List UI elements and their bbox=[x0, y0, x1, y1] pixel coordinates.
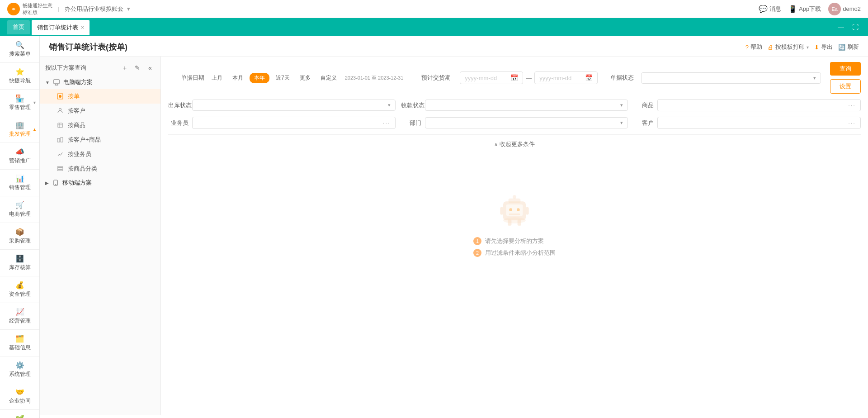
group-header-pc[interactable]: ▼ 电脑端方案 bbox=[40, 76, 160, 89]
sidebar-item-marketing[interactable]: 📣 营销推广 bbox=[0, 143, 39, 170]
date-end-placeholder: yyyy-mm-dd bbox=[539, 75, 571, 81]
status-filter-dropdown[interactable]: ▾ bbox=[641, 72, 821, 84]
user-profile[interactable]: Ea demo2 bbox=[828, 3, 861, 15]
product-cell: 商品 ··· bbox=[633, 99, 861, 111]
svg-rect-8 bbox=[58, 123, 62, 128]
left-panel-actions: + ✎ « bbox=[120, 63, 155, 73]
sidebar-item-sales[interactable]: 📊 销售管理 bbox=[0, 170, 39, 196]
scheme-label-customer-product: 按客户+商品 bbox=[68, 136, 101, 144]
action-col: 查询 设置 bbox=[825, 62, 861, 94]
export-btn[interactable]: ⬇ 导出 bbox=[814, 43, 833, 51]
product-input[interactable]: ··· bbox=[657, 99, 861, 111]
row3-filters: 业务员 ··· 部门 ▾ bbox=[168, 117, 861, 129]
tab-bar: 首页 销售订单统计表 × — ⛶ bbox=[0, 18, 868, 36]
sidebar-item-wholesale[interactable]: 🏢 批发管理 bbox=[0, 116, 39, 143]
svg-rect-26 bbox=[508, 219, 511, 225]
department-dropdown[interactable]: ▾ bbox=[425, 117, 628, 128]
print-dropdown-icon[interactable]: ▾ bbox=[807, 45, 809, 50]
svg-point-29 bbox=[513, 195, 516, 199]
group-header-mobile[interactable]: ▶ 移动端方案 bbox=[40, 176, 160, 190]
top-bar-left: 畅捷通好生意 标准版 | 办公用品行业模拟账套 ▾ bbox=[7, 2, 130, 15]
calendar-start-icon: 📅 bbox=[510, 74, 518, 81]
status-filter-label: 单据状态 bbox=[610, 74, 634, 82]
salesperson-label: 业务员 bbox=[168, 119, 189, 127]
scheme-item-by-category[interactable]: 按商品分类 bbox=[40, 162, 160, 176]
page-title: 销售订单统计表(按单) bbox=[49, 42, 127, 52]
page-actions: ? 帮助 🖨 按模板打印 ▾ ⬇ 导出 🔄 刷新 bbox=[745, 43, 859, 51]
tab-home[interactable]: 首页 bbox=[7, 20, 30, 34]
page-header: 销售订单统计表(按单) ? 帮助 🖨 按模板打印 ▾ ⬇ 导出 🔄 刷新 bbox=[40, 36, 868, 57]
settings-btn[interactable]: 设置 bbox=[830, 79, 861, 94]
scheme-icon-product bbox=[56, 121, 64, 129]
date-start-placeholder: yyyy-mm-dd bbox=[465, 75, 497, 81]
top-bar-right: 💬 消息 📱 App下载 Ea demo2 bbox=[759, 3, 861, 15]
avatar: Ea bbox=[828, 3, 841, 15]
scheme-item-by-customer[interactable]: 按客户 bbox=[40, 104, 160, 118]
print-btn[interactable]: 🖨 按模板打印 ▾ bbox=[768, 43, 809, 51]
query-btn[interactable]: 查询 bbox=[830, 62, 861, 76]
tab-active[interactable]: 销售订单统计表 × bbox=[32, 19, 90, 35]
scheme-item-by-salesperson[interactable]: 按业务员 bbox=[40, 147, 160, 162]
customer-more-icon: ··· bbox=[848, 119, 856, 126]
collapse-label: 收起更多条件 bbox=[500, 140, 535, 148]
collection-status-dropdown[interactable]: ▾ bbox=[425, 100, 628, 111]
print-icon: 🖨 bbox=[768, 44, 774, 51]
sidebar-item-nav[interactable]: ⭐ 快捷导航 bbox=[0, 63, 39, 90]
ship-status-arrow: ▾ bbox=[388, 102, 391, 108]
refresh-btn[interactable]: 🔄 刷新 bbox=[838, 43, 859, 51]
logo-icon bbox=[7, 3, 20, 15]
custom-date-btn[interactable]: 自定义 bbox=[317, 73, 340, 83]
sidebar-item-inventory[interactable]: 🗄️ 库存核算 bbox=[0, 250, 39, 276]
top-dropdown-arrow[interactable]: ▾ bbox=[127, 5, 130, 12]
this-year-btn[interactable]: 本年 bbox=[250, 73, 269, 83]
salesperson-input[interactable]: ··· bbox=[192, 117, 396, 129]
this-month-btn[interactable]: 本月 bbox=[229, 73, 247, 83]
scheme-item-by-customer-product[interactable]: 按客户+商品 bbox=[40, 133, 160, 147]
last-month-btn[interactable]: 上月 bbox=[208, 73, 226, 83]
svg-rect-28 bbox=[509, 199, 521, 203]
edit-scheme-btn[interactable]: ✎ bbox=[132, 63, 142, 73]
product-label: 商品 bbox=[633, 101, 654, 109]
more-date-btn[interactable]: 更多 bbox=[296, 73, 314, 83]
collapse-up-icon: ∧ bbox=[494, 142, 498, 147]
empty-state: 1 请先选择要分析的方案 2 用过滤条件来缩小分析范围 bbox=[168, 154, 861, 290]
logo-text: 畅捷通好生意 标准版 bbox=[23, 2, 52, 15]
scheme-icon-category bbox=[56, 165, 64, 173]
collection-status-arrow: ▾ bbox=[620, 102, 623, 108]
sidebar-item-enterprise[interactable]: 🤝 企业协同 bbox=[0, 383, 39, 410]
help-btn[interactable]: ? 帮助 bbox=[745, 43, 762, 51]
sidebar-item-newbie[interactable]: 🌱 新手引导 bbox=[0, 410, 39, 418]
expected-date-end-input[interactable]: yyyy-mm-dd 📅 bbox=[534, 71, 598, 84]
scheme-item-by-product[interactable]: 按商品 bbox=[40, 118, 160, 133]
collapse-panel-btn[interactable]: « bbox=[145, 63, 155, 73]
svg-point-6 bbox=[59, 95, 61, 98]
sidebar-item-purchase[interactable]: 📦 采购管理 bbox=[0, 223, 39, 250]
collapse-btn[interactable]: ∧ 收起更多条件 bbox=[489, 138, 540, 150]
expected-date-start: yyyy-mm-dd 📅 — yyyy-mm-dd 📅 bbox=[460, 71, 598, 84]
sidebar-item-system[interactable]: ⚙️ 系统管理 bbox=[0, 356, 39, 383]
sidebar-item-ecommerce[interactable]: 🛒 电商管理 bbox=[0, 196, 39, 223]
top-title: 办公用品行业模拟账套 bbox=[65, 5, 123, 13]
sidebar-item-finance[interactable]: 💰 资金管理 bbox=[0, 276, 39, 303]
sidebar-item-operations[interactable]: 📈 经营管理 bbox=[0, 303, 39, 330]
tab-maximize-btn[interactable]: ⛶ bbox=[850, 22, 861, 33]
sidebar-item-search[interactable]: 🔍 搜索菜单 bbox=[0, 36, 39, 63]
content-area: 销售订单统计表(按单) ? 帮助 🖨 按模板打印 ▾ ⬇ 导出 🔄 刷新 bbox=[40, 36, 868, 418]
app-download-btn[interactable]: 📱 App下载 bbox=[788, 5, 821, 13]
sidebar-item-basic[interactable]: 🗂️ 基础信息 bbox=[0, 330, 39, 356]
tab-minimize-btn[interactable]: — bbox=[835, 22, 846, 33]
scheme-icon-customer bbox=[56, 107, 64, 115]
message-btn[interactable]: 💬 消息 bbox=[759, 5, 781, 13]
svg-rect-25 bbox=[526, 207, 529, 215]
tab-close-btn[interactable]: × bbox=[81, 24, 84, 31]
sidebar-item-retail[interactable]: 🏪 零售管理 bbox=[0, 90, 39, 116]
ship-status-dropdown[interactable]: ▾ bbox=[192, 100, 396, 111]
expected-date-start-input[interactable]: yyyy-mm-dd 📅 bbox=[460, 71, 523, 84]
customer-input[interactable]: ··· bbox=[657, 117, 861, 129]
row2-filters: 出库状态 ▾ 收款状态 ▾ bbox=[168, 99, 861, 111]
phone-icon: 📱 bbox=[788, 5, 797, 13]
scheme-item-by-order[interactable]: 按单 bbox=[40, 89, 160, 104]
last7-btn[interactable]: 近7天 bbox=[272, 73, 293, 83]
add-scheme-btn[interactable]: + bbox=[120, 63, 130, 73]
active-tab-label: 销售订单统计表 bbox=[37, 24, 78, 32]
